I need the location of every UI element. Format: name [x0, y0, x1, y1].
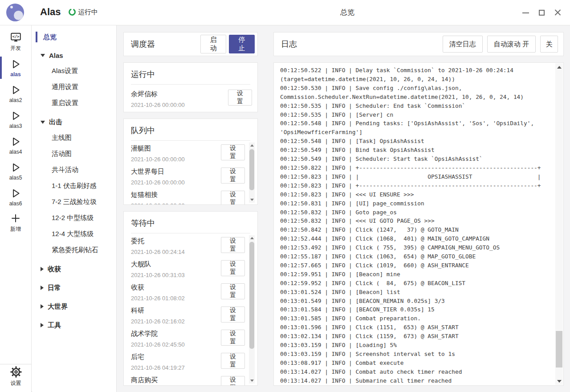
- scheduler-start-button[interactable]: 启动: [200, 35, 226, 53]
- scroll-up-icon[interactable]: [249, 235, 255, 241]
- scheduler-panel: 调度器 启动 停止: [123, 32, 258, 56]
- menu-item-1-1-farm[interactable]: 1-1 伏击刷好感: [32, 178, 116, 194]
- page-title: 总览: [340, 8, 354, 17]
- queued-title: 队列中: [124, 119, 257, 140]
- scrollbar-thumb[interactable]: [556, 331, 562, 368]
- task-settings-button[interactable]: 设置: [221, 283, 245, 299]
- rail-item-alas3[interactable]: alas3: [0, 106, 31, 132]
- clear-log-button[interactable]: 清空日志: [443, 36, 483, 53]
- rail-item-dev[interactable]: </> 开发: [0, 29, 31, 55]
- task-settings-button[interactable]: 设置: [221, 191, 245, 204]
- gear-icon: [10, 366, 22, 378]
- task-settings-button[interactable]: 设置: [221, 376, 245, 385]
- task-name: 大舰队: [131, 260, 217, 269]
- status-indicator: 运行中: [68, 8, 98, 16]
- task-row: 大舰队 2021-10-26 00:31:03 设置: [124, 257, 257, 280]
- menu-item-label: Alas设置: [52, 67, 78, 75]
- maximize-button[interactable]: [533, 4, 550, 22]
- task-time: 2021-10-26 00:31:03: [131, 272, 217, 278]
- instance-rail: </> 开发 alas alas2 alas3: [0, 25, 32, 392]
- task-settings-button[interactable]: 设置: [221, 306, 245, 323]
- menu-item-label: 总览: [43, 33, 57, 41]
- task-settings-button[interactable]: 设置: [221, 330, 245, 346]
- task-settings-button[interactable]: 设置: [228, 90, 252, 106]
- rail-item-alas6[interactable]: alas6: [0, 184, 31, 210]
- task-time: 2021-10-26 04:19:27: [131, 364, 217, 371]
- queued-panel: 队列中 潜艇图 2021-10-26 00:00:00 设置 大世界每日 202…: [123, 118, 258, 205]
- waiting-task-list: 委托 2021-10-26 00:24:14 设置 大舰队 2021-10-26…: [124, 233, 257, 385]
- menu-item-main-map[interactable]: 主线图: [32, 130, 116, 146]
- play-icon: [10, 136, 21, 147]
- scroll-up-icon[interactable]: [555, 63, 563, 71]
- task-settings-button[interactable]: 设置: [221, 237, 245, 253]
- queued-scrollbar[interactable]: [249, 143, 255, 203]
- task-settings-button[interactable]: 设置: [221, 260, 245, 276]
- menu-sidebar: 总览 Alas Alas设置 通用设置 重启设置 出击 主线图 活动图 共斗活动…: [32, 25, 117, 392]
- menu-group-tool[interactable]: 工具: [32, 318, 116, 333]
- rail-item-alas4[interactable]: alas4: [0, 132, 31, 158]
- task-name: 商店购买: [131, 376, 217, 384]
- waiting-scrollbar[interactable]: [249, 235, 255, 384]
- rail-item-add[interactable]: 新增: [0, 210, 31, 236]
- menu-item-general-config[interactable]: 通用设置: [32, 79, 116, 95]
- log-output[interactable]: 00:12:50.522 | INFO | Delay task `Commis…: [280, 66, 550, 384]
- menu-group-opsi[interactable]: 大世界: [32, 299, 116, 314]
- menu-item-urgent-commission[interactable]: 紧急委托刷钻石: [32, 242, 116, 258]
- active-indicator: [0, 57, 2, 79]
- menu-item-7-2-scrap[interactable]: 7-2 三战捡垃圾: [32, 194, 116, 210]
- waiting-panel: 等待中 委托 2021-10-26 00:24:14 设置 大舰队 2021-1…: [123, 211, 258, 386]
- maximize-icon: [539, 10, 545, 16]
- close-button[interactable]: [550, 4, 566, 22]
- menu-item-alas-config[interactable]: Alas设置: [32, 63, 116, 79]
- rail-item-label: alas: [10, 71, 20, 78]
- window-controls: [517, 0, 566, 25]
- task-row: 战术学院 2021-10-26 02:45:50 设置: [124, 326, 257, 349]
- log-scrollbar[interactable]: [555, 63, 563, 385]
- scroll-down-icon[interactable]: [249, 378, 255, 384]
- waiting-title: 等待中: [124, 212, 257, 233]
- rail-item-alas5[interactable]: alas5: [0, 158, 31, 184]
- menu-group-reward[interactable]: 收获: [32, 261, 116, 277]
- task-time: 2021-10-26 00:00:00: [131, 202, 217, 204]
- autoscroll-toggle-button[interactable]: 自动滚动 开: [487, 36, 536, 53]
- play-icon: [10, 162, 21, 173]
- menu-group-daily[interactable]: 日常: [32, 280, 116, 295]
- task-time: 2021-10-26 00:24:14: [131, 249, 217, 255]
- menu-item-overview[interactable]: 总览: [32, 30, 116, 44]
- scroll-down-icon[interactable]: [249, 197, 255, 203]
- main-area: 调度器 启动 停止 运行中 余烬信标 2021-10-26 00:00:00 设…: [117, 25, 570, 392]
- menu-group-label: Alas: [49, 52, 63, 59]
- scrollbar-thumb[interactable]: [249, 149, 254, 190]
- rail-item-alas[interactable]: alas: [0, 55, 31, 81]
- menu-group-sortie[interactable]: 出击: [32, 114, 116, 130]
- menu-item-restart-config[interactable]: 重启设置: [32, 95, 116, 111]
- titlebar: Alas 运行中 总览: [0, 0, 570, 25]
- menu-group-label: 收获: [48, 265, 61, 274]
- scroll-down-icon[interactable]: [555, 377, 563, 385]
- menu-item-coalition[interactable]: 共斗活动: [32, 162, 116, 178]
- menu-group-alas[interactable]: Alas: [32, 48, 116, 63]
- task-settings-button[interactable]: 设置: [221, 167, 245, 184]
- task-name: 科研: [131, 306, 217, 315]
- minimize-button[interactable]: [517, 4, 533, 22]
- autoscroll-off-button[interactable]: 关: [540, 36, 558, 53]
- svg-text:</>: </>: [12, 34, 19, 39]
- menu-item-12-2-leveling[interactable]: 12-2 中型练级: [32, 210, 116, 226]
- scheduler-stop-button[interactable]: 停止: [229, 35, 255, 53]
- task-row: 收获 2021-10-26 01:08:02 设置: [124, 280, 257, 303]
- menu-group-label: 工具: [48, 321, 61, 330]
- task-settings-button[interactable]: 设置: [221, 353, 245, 369]
- scroll-up-icon[interactable]: [249, 143, 255, 148]
- rail-item-settings[interactable]: 设置: [0, 363, 32, 389]
- task-row: 科研 2021-10-26 02:16:02 设置: [124, 303, 257, 326]
- rail-item-alas2[interactable]: alas2: [0, 81, 31, 106]
- play-icon: [10, 84, 21, 96]
- task-row: 商店购买 设置: [124, 372, 257, 385]
- running-panel: 运行中 余烬信标 2021-10-26 00:00:00 设置: [123, 62, 258, 112]
- menu-item-label: 12-2 中型练级: [52, 214, 94, 222]
- menu-item-event-map[interactable]: 活动图: [32, 146, 116, 162]
- task-name: 委托: [131, 237, 217, 245]
- scrollbar-thumb[interactable]: [249, 242, 254, 349]
- task-settings-button[interactable]: 设置: [221, 144, 245, 160]
- menu-item-12-4-leveling[interactable]: 12-4 大型练级: [32, 226, 116, 242]
